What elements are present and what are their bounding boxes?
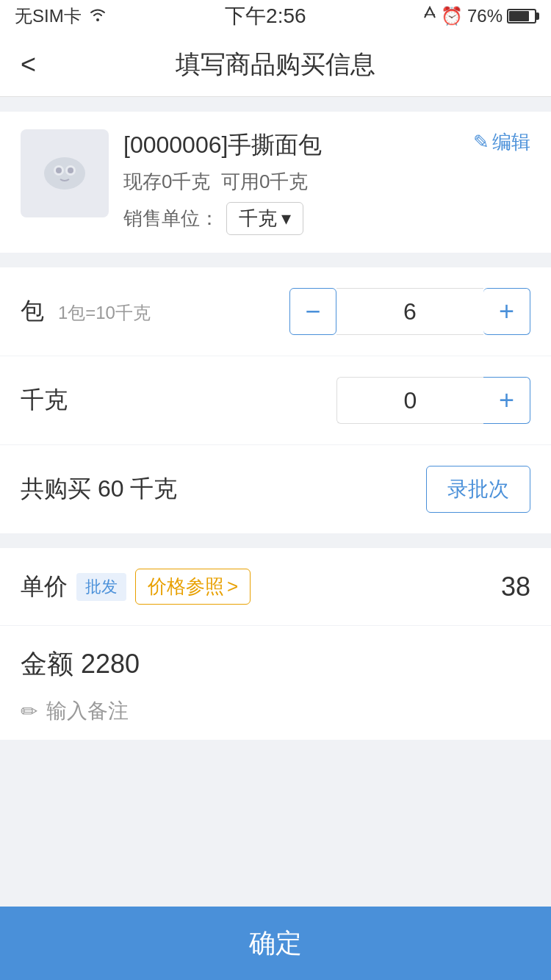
quantity-section: 包 1包=10千克 − + 千克 + 共购买 60 千克 录批次 — [0, 267, 551, 533]
note-placeholder[interactable]: 输入备注 — [46, 697, 129, 725]
kg-label: 千克 — [21, 384, 336, 417]
svg-point-1 — [44, 157, 85, 190]
kg-plus-button[interactable]: + — [483, 377, 530, 424]
wifi-icon — [87, 6, 108, 26]
edit-icon: ✎ — [473, 131, 489, 154]
price-tag: 批发 — [76, 573, 126, 601]
batch-button[interactable]: 录批次 — [426, 466, 530, 513]
nav-bar: < 填写商品购买信息 — [0, 32, 551, 97]
bao-plus-button[interactable]: + — [483, 288, 530, 335]
page-title: 填写商品购买信息 — [176, 48, 375, 82]
time-display: 下午2:56 — [225, 2, 306, 30]
product-info: [0000006]手撕面包 现存0千克 可用0千克 销售单位： 千克 ▾ — [123, 129, 530, 235]
unit-select[interactable]: 千克 ▾ — [226, 202, 303, 235]
product-stock: 现存0千克 可用0千克 — [123, 169, 530, 195]
confirm-button[interactable]: 确定 — [0, 907, 551, 980]
price-left: 单价 批发 价格参照 > — [21, 569, 251, 605]
product-card: [0000006]手撕面包 现存0千克 可用0千克 销售单位： 千克 ▾ ✎ 编… — [0, 112, 551, 253]
bao-quantity-input[interactable] — [336, 288, 483, 335]
price-label: 单价 — [21, 571, 68, 603]
product-unit-row: 销售单位： 千克 ▾ — [123, 202, 530, 235]
status-right: ⏰ 76% — [423, 6, 536, 26]
price-section: 单价 批发 价格参照 > 38 — [0, 548, 551, 626]
bao-hint: 1包=10千克 — [58, 303, 151, 323]
kg-quantity-input[interactable] — [336, 377, 483, 424]
battery-percent: 76% — [467, 6, 503, 26]
chevron-down-icon: ▾ — [281, 207, 291, 230]
alarm-icon: ⏰ — [441, 6, 463, 26]
kg-controls: + — [336, 377, 530, 424]
bao-row: 包 1包=10千克 − + — [0, 267, 551, 356]
total-row: 共购买 60 千克 录批次 — [0, 445, 551, 533]
back-button[interactable]: < — [21, 49, 36, 80]
bao-controls: − + — [289, 288, 530, 335]
price-reference-button[interactable]: 价格参照 > — [135, 569, 251, 605]
battery-icon — [507, 9, 536, 24]
status-bar: 无SIM卡 下午2:56 ⏰ 76% — [0, 0, 551, 32]
svg-point-4 — [56, 167, 62, 173]
total-text: 共购买 60 千克 — [21, 473, 177, 505]
chevron-right-icon: > — [227, 575, 238, 598]
location-icon — [423, 6, 436, 26]
price-value: 38 — [501, 572, 530, 602]
amount-row: 金额 2280 — [21, 646, 530, 682]
kg-row: 千克 + — [0, 356, 551, 445]
note-row[interactable]: ✏ 输入备注 — [21, 697, 530, 725]
edit-button[interactable]: ✎ 编辑 — [473, 129, 530, 155]
product-name: [0000006]手撕面包 — [123, 129, 530, 162]
svg-point-0 — [96, 18, 99, 21]
price-row: 单价 批发 价格参照 > 38 — [21, 569, 530, 605]
status-left: 无SIM卡 — [15, 4, 108, 28]
pencil-icon: ✏ — [21, 699, 37, 724]
bao-label: 包 1包=10千克 — [21, 295, 289, 328]
amount-section: 金额 2280 ✏ 输入备注 — [0, 626, 551, 740]
carrier-label: 无SIM卡 — [15, 4, 82, 28]
product-image — [21, 129, 109, 217]
bao-minus-button[interactable]: − — [289, 288, 336, 335]
svg-point-5 — [68, 167, 73, 173]
